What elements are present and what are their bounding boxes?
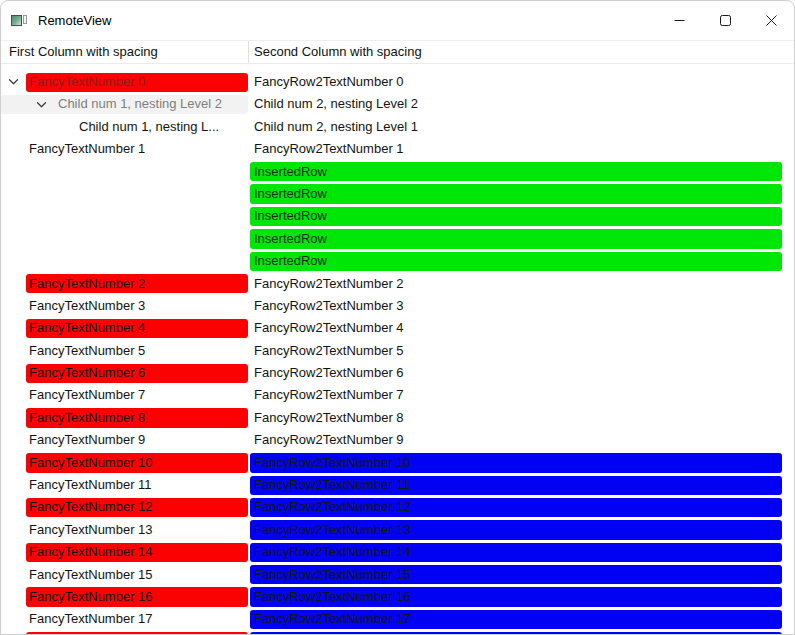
table-row[interactable]: InsertedRow bbox=[1, 250, 794, 272]
cell-col1: FancyTextNumber 6 bbox=[1, 362, 249, 384]
row-label: FancyTextNumber 10 bbox=[29, 452, 153, 474]
row-highlight-bar bbox=[250, 229, 782, 248]
cell-col1: FancyTextNumber 12 bbox=[1, 496, 249, 518]
cell-col2: FancyRow2TextNumber 13 bbox=[250, 519, 794, 541]
cell-col1: FancyTextNumber 11 bbox=[1, 474, 249, 496]
row-label: FancyRow2TextNumber 2 bbox=[254, 273, 404, 295]
table-row[interactable]: InsertedRow bbox=[1, 205, 794, 227]
table-row[interactable]: FancyTextNumber 4FancyRow2TextNumber 4 bbox=[1, 317, 794, 339]
table-row[interactable]: FancyTextNumber 8FancyRow2TextNumber 8 bbox=[1, 407, 794, 429]
cell-col2: InsertedRow bbox=[250, 205, 794, 227]
row-label: FancyTextNumber 11 bbox=[29, 474, 152, 496]
app-icon-panel bbox=[23, 15, 27, 24]
app-window: RemoteView First Column with spacing bbox=[0, 0, 795, 635]
cell-col1: FancyTextNumber 17 bbox=[1, 608, 249, 630]
cell-col1 bbox=[1, 161, 249, 183]
row-label: FancyTextNumber 15 bbox=[29, 564, 153, 586]
table-row[interactable]: FancyTextNumber 6FancyRow2TextNumber 6 bbox=[1, 362, 794, 384]
cell-col1: FancyTextNumber 8 bbox=[1, 407, 249, 429]
cell-col2: FancyRow2TextNumber 1 bbox=[250, 138, 794, 160]
row-label: FancyTextNumber 4 bbox=[29, 317, 145, 339]
row-label: FancyRow2TextNumber 0 bbox=[254, 71, 404, 93]
cell-col1 bbox=[1, 205, 249, 227]
cell-col2: InsertedRow bbox=[250, 161, 794, 183]
cell-col1: Child num 1, nesting Level 2 bbox=[1, 93, 249, 115]
app-window-icon bbox=[11, 14, 29, 28]
row-label: FancyRow2TextNumber 15 bbox=[254, 564, 411, 586]
column-header-first[interactable]: First Column with spacing bbox=[1, 41, 249, 63]
cell-col2: FancyRow2TextNumber 14 bbox=[250, 541, 794, 563]
table-row[interactable]: FancyTextNumber 14FancyRow2TextNumber 14 bbox=[1, 541, 794, 563]
table-row[interactable]: Child num 1, nesting L...Child num 2, ne… bbox=[1, 116, 794, 138]
cell-col2: FancyRow2TextNumber 11 bbox=[250, 474, 794, 496]
close-button[interactable] bbox=[748, 1, 794, 40]
row-label: FancyTextNumber 2 bbox=[29, 273, 145, 295]
row-highlight-bar bbox=[250, 252, 782, 271]
table-row[interactable]: InsertedRow bbox=[1, 161, 794, 183]
cell-col2: FancyRow2TextNumber 12 bbox=[250, 496, 794, 518]
cell-col1 bbox=[1, 183, 249, 205]
row-label: FancyRow2TextNumber 8 bbox=[254, 407, 404, 429]
row-label: FancyTextNumber 1 bbox=[29, 138, 145, 160]
table-row[interactable]: InsertedRow bbox=[1, 183, 794, 205]
row-label: FancyRow2TextNumber 17 bbox=[254, 608, 411, 630]
table-row[interactable]: InsertedRow bbox=[1, 228, 794, 250]
table-row[interactable]: FancyTextNumber 10FancyRow2TextNumber 10 bbox=[1, 452, 794, 474]
cell-col1: FancyTextNumber 10 bbox=[1, 452, 249, 474]
table-row[interactable]: FancyTextNumber 12FancyRow2TextNumber 12 bbox=[1, 496, 794, 518]
maximize-button[interactable] bbox=[702, 1, 748, 40]
table-row[interactable]: FancyTextNumber 3FancyRow2TextNumber 3 bbox=[1, 295, 794, 317]
cell-col2: InsertedRow bbox=[250, 228, 794, 250]
row-label: FancyTextNumber 13 bbox=[29, 519, 153, 541]
row-highlight-bar bbox=[250, 207, 782, 226]
cell-col1: Child num 1, nesting L... bbox=[1, 116, 249, 138]
table-row[interactable]: FancyTextNumber 17FancyRow2TextNumber 17 bbox=[1, 608, 794, 630]
cell-col1 bbox=[1, 228, 249, 250]
cell-col2: Child num 2, nesting Level 1 bbox=[250, 116, 794, 138]
row-label: FancyRow2TextNumber 1 bbox=[254, 138, 404, 160]
column-header-row: First Column with spacing Second Column … bbox=[1, 41, 794, 64]
minimize-button[interactable] bbox=[656, 1, 702, 40]
cell-col2: InsertedRow bbox=[250, 183, 794, 205]
row-label: FancyRow2TextNumber 14 bbox=[254, 541, 411, 563]
table-row[interactable]: FancyTextNumber 0FancyRow2TextNumber 0 bbox=[1, 71, 794, 93]
cell-col2: FancyRow2TextNumber 8 bbox=[250, 407, 794, 429]
cell-col2: Child num 2, nesting Level 2 bbox=[250, 93, 794, 115]
cell-col1: FancyTextNumber 5 bbox=[1, 340, 249, 362]
chevron-down-icon[interactable] bbox=[8, 78, 19, 86]
table-row[interactable]: FancyTextNumber 7FancyRow2TextNumber 7 bbox=[1, 384, 794, 406]
cell-col1: FancyTextNumber 2 bbox=[1, 273, 249, 295]
cell-col2: FancyRow2TextNumber 3 bbox=[250, 295, 794, 317]
chevron-down-icon[interactable] bbox=[36, 101, 47, 109]
row-label: InsertedRow bbox=[254, 228, 327, 250]
table-row[interactable]: FancyTextNumber 16FancyRow2TextNumber 16 bbox=[1, 586, 794, 608]
row-label: FancyRow2TextNumber 5 bbox=[254, 340, 404, 362]
row-label: FancyRow2TextNumber 16 bbox=[254, 586, 411, 608]
row-label: FancyRow2TextNumber 13 bbox=[254, 519, 411, 541]
app-icon-screen bbox=[11, 15, 22, 26]
close-icon bbox=[766, 15, 777, 26]
row-label: InsertedRow bbox=[254, 183, 327, 205]
row-label: FancyRow2TextNumber 10 bbox=[254, 452, 411, 474]
column-header-second[interactable]: Second Column with spacing bbox=[249, 41, 794, 63]
table-row[interactable]: FancyTextNumber 15FancyRow2TextNumber 15 bbox=[1, 564, 794, 586]
row-label: FancyTextNumber 3 bbox=[29, 295, 145, 317]
table-row[interactable] bbox=[1, 631, 794, 635]
row-label: FancyTextNumber 16 bbox=[29, 586, 153, 608]
table-row[interactable]: FancyTextNumber 9FancyRow2TextNumber 9 bbox=[1, 429, 794, 451]
cell-col2: FancyRow2TextNumber 17 bbox=[250, 608, 794, 630]
row-label: FancyTextNumber 14 bbox=[29, 541, 153, 563]
table-row[interactable]: FancyTextNumber 2FancyRow2TextNumber 2 bbox=[1, 273, 794, 295]
cell-col1: FancyTextNumber 3 bbox=[1, 295, 249, 317]
table-row[interactable]: FancyTextNumber 11FancyRow2TextNumber 11 bbox=[1, 474, 794, 496]
row-label: FancyTextNumber 12 bbox=[29, 496, 153, 518]
table-row[interactable]: FancyTextNumber 13FancyRow2TextNumber 13 bbox=[1, 519, 794, 541]
cell-col2: FancyRow2TextNumber 0 bbox=[250, 71, 794, 93]
window-title: RemoteView bbox=[38, 13, 111, 28]
cell-col2: FancyRow2TextNumber 16 bbox=[250, 586, 794, 608]
cell-col1: FancyTextNumber 0 bbox=[1, 71, 249, 93]
table-row[interactable]: Child num 1, nesting Level 2Child num 2,… bbox=[1, 93, 794, 115]
table-row[interactable]: FancyTextNumber 5FancyRow2TextNumber 5 bbox=[1, 340, 794, 362]
row-label: Child num 1, nesting Level 2 bbox=[58, 93, 222, 115]
table-row[interactable]: FancyTextNumber 1FancyRow2TextNumber 1 bbox=[1, 138, 794, 160]
